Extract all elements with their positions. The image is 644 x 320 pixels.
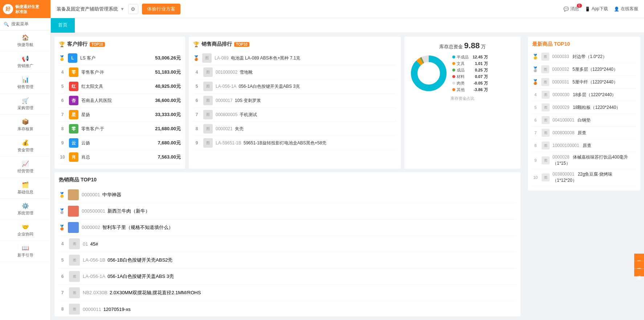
customer-name: 苍南县人民医院	[81, 98, 152, 104]
nav-icon: 📦	[22, 118, 29, 125]
phone-icon: 📱	[585, 7, 590, 12]
product-item: 6 图 000001710S 变刺罗浆	[193, 94, 396, 108]
logo-text: 畅捷通好生意 标准版	[15, 4, 39, 15]
new-product-item: 🥉 图 0000031 5厘中纤（1220*2440）	[532, 76, 636, 89]
new-products-title: 最新商品 TOP10	[532, 41, 636, 48]
logo: 好 畅捷通好生意 标准版	[0, 0, 50, 18]
new-product-item: 8 图 10000100001 原查	[532, 139, 636, 152]
sidebar-item-资金管理[interactable]: 💰资金管理	[0, 136, 50, 157]
tab-home[interactable]: 首页	[51, 18, 75, 33]
try-button[interactable]: 体验行业方案	[142, 4, 180, 15]
app-download-button[interactable]: 📱 App下载	[585, 6, 608, 12]
sidebar-item-营销推广[interactable]: 📢营销推广	[0, 52, 50, 73]
nav-icon: 📢	[22, 55, 29, 62]
product-img: 图	[203, 138, 213, 148]
hot-products-list: 🥇 0000001中华神器 🥈 000500001新西兰牛肉（新牛） 🥉 000…	[59, 187, 516, 316]
top-row: 🏆 客户排行 TOP10 🥇 L LS 客户 53,006.26元 4 零 零售…	[54, 37, 521, 169]
new-product-item: 🥇 图 0000033 封边带（1.0*22）	[532, 50, 636, 63]
header-right: 💬 消息 6 📱 App下载 👤 在线客服	[563, 6, 638, 12]
ranking-item: 4 零 零售客户·许 51,183.00元	[59, 65, 181, 79]
new-product-item: 6 图 004100001 白钢垫	[532, 114, 636, 127]
new-product-icon: 图	[542, 103, 550, 111]
float-btn-直播[interactable]: 直播	[634, 269, 644, 276]
float-btn-客服热线[interactable]: 客服热线	[634, 254, 644, 261]
new-products-list: 🥇 图 0000033 封边带（1.0*22） 🥈 图 0000032 5厘多层…	[532, 50, 636, 186]
hot-item: 🥇 0000001中华神器	[59, 187, 516, 203]
customer-amount: 33,333.00元	[155, 111, 181, 118]
nav-icon: 🏠	[22, 34, 29, 41]
new-product-item: 7 图 000800008 原查	[532, 127, 636, 139]
product-item: 5 图 LA-056-1A056-1A白色按键开关盖ABS 3克	[193, 79, 396, 94]
product-panel-title: 🏆 销售商品排行 TOP10	[193, 41, 396, 48]
customer-ranking-panel: 🏆 客户排行 TOP10 🥇 L LS 客户 53,006.26元 4 零 零售…	[54, 37, 185, 169]
hot-product-img: 图	[69, 287, 80, 298]
product-img: 图	[203, 96, 213, 105]
search-menu[interactable]: 🔍 搜索菜单	[0, 18, 50, 30]
customer-name: 肖总	[81, 154, 155, 160]
customer-name: LS 客户	[80, 55, 152, 61]
nav-icon: 📊	[22, 76, 29, 83]
medal-gold-icon: 🥇	[59, 55, 65, 61]
nav-icon: 🤝	[22, 223, 29, 230]
customer-amount: 53,006.26元	[155, 55, 181, 61]
sidebar-item-采购管理[interactable]: 🛒采购管理	[0, 94, 50, 115]
center-area: 🏆 客户排行 TOP10 🥇 L LS 客户 53,006.26元 4 零 零售…	[51, 33, 524, 320]
customer-avatar: L	[68, 53, 77, 63]
customer-avatar: 零	[69, 67, 78, 77]
hot-item: 🥈 000500001新西兰牛肉（新牛）	[59, 203, 516, 220]
message-button[interactable]: 💬 消息 6	[563, 6, 579, 12]
trophy2-icon: 🏆	[193, 41, 199, 47]
sidebar-item-系统管理[interactable]: ⚙️系统管理	[0, 199, 50, 220]
top-header: 装备及固定资产辅助管理系统 ▼ ⚙ 体验行业方案 💬 消息 6 📱 App下载 …	[51, 0, 644, 18]
logo-icon: 好	[3, 4, 13, 14]
nav-icon: 📖	[22, 245, 29, 251]
customer-amount: 7,563.00元	[158, 154, 181, 160]
legend-item: 肉类 -0.05 万	[452, 81, 488, 86]
service-icon: 👤	[614, 7, 619, 12]
hot-product-img	[68, 189, 79, 200]
new-product-icon: 图	[541, 78, 549, 86]
hot-products-panel: 热销商品 TOP10 🥇 0000001中华神器 🥈 000500001新西兰牛…	[54, 172, 521, 316]
product-img: 图	[203, 82, 213, 91]
customer-panel-title: 🏆 客户排行 TOP10	[59, 41, 181, 48]
inventory-sub-label: 库存资金占比	[409, 96, 516, 101]
sidebar-item-新手引导[interactable]: 📖新手引导	[0, 241, 50, 262]
nav-icon: 📈	[22, 160, 29, 167]
new-product-item: 9 图 0000028 体械嘉枝味苏打饮品400毫升（1*15）	[532, 152, 636, 169]
hot-item: 7 图 NB2.0X30B2.0X30MM双摆花轴,摆花直径2.1MM/ROHS	[59, 285, 516, 301]
sidebar-item-企业协同[interactable]: 🤝企业协同	[0, 220, 50, 241]
hot-product-img	[68, 222, 79, 233]
sidebar-item-销售管理[interactable]: 📊销售管理	[0, 73, 50, 94]
content: 🏆 客户排行 TOP10 🥇 L LS 客户 53,006.26元 4 零 零售…	[51, 33, 644, 320]
customer-name: 零售客户·于	[81, 126, 152, 132]
message-icon: 💬	[563, 7, 569, 12]
ranking-item: 8 零 零售客户·于 21,680.00元	[59, 122, 181, 136]
customer-avatar: 杏	[69, 96, 78, 105]
main-area: 装备及固定资产辅助管理系统 ▼ ⚙ 体验行业方案 💬 消息 6 📱 App下载 …	[51, 0, 644, 320]
system-name: 装备及固定资产辅助管理系统 ▼	[57, 6, 125, 12]
customer-name: 红太阳文具	[81, 83, 152, 90]
sidebar-item-快捷导航[interactable]: 🏠快捷导航	[0, 30, 50, 52]
float-btn-服务社区[interactable]: 服务社区	[634, 261, 644, 269]
settings-button[interactable]: ⚙	[128, 4, 138, 14]
sidebar-item-基础信息[interactable]: 🗂️基础信息	[0, 178, 50, 199]
sidebar-item-库存核算[interactable]: 📦库存核算	[0, 115, 50, 136]
customer-amount: 51,183.00元	[155, 69, 181, 75]
hot-item: 4 图 0145#	[59, 236, 516, 252]
sidebar-item-经营管理[interactable]: 📈经营管理	[0, 157, 50, 178]
legend-item: 半成品 12.45 万	[452, 54, 488, 60]
nav-icon: 🗂️	[22, 181, 29, 188]
hot-product-img: 图	[69, 255, 80, 266]
hot-item: 6 图 LA-056-1A056-1A白色按键开关盖ABS 3壳	[59, 268, 516, 285]
sidebar-nav: 🏠快捷导航📢营销推广📊销售管理🛒采购管理📦库存核算💰资金管理📈经营管理🗂️基础信…	[0, 30, 50, 320]
online-service-button[interactable]: 👤 在线客服	[614, 6, 638, 12]
inventory-total: 库存总资金 9.88 万	[409, 41, 516, 50]
legend-dot	[452, 82, 455, 85]
hot-product-img	[68, 206, 79, 217]
customer-amount: 40,925.00元	[155, 83, 181, 90]
legend-dot	[452, 75, 455, 78]
search-icon: 🔍	[4, 22, 9, 27]
product-img: 图	[203, 124, 213, 134]
customer-name: 云扬	[81, 140, 155, 146]
dropdown-arrow-icon[interactable]: ▼	[120, 7, 125, 12]
